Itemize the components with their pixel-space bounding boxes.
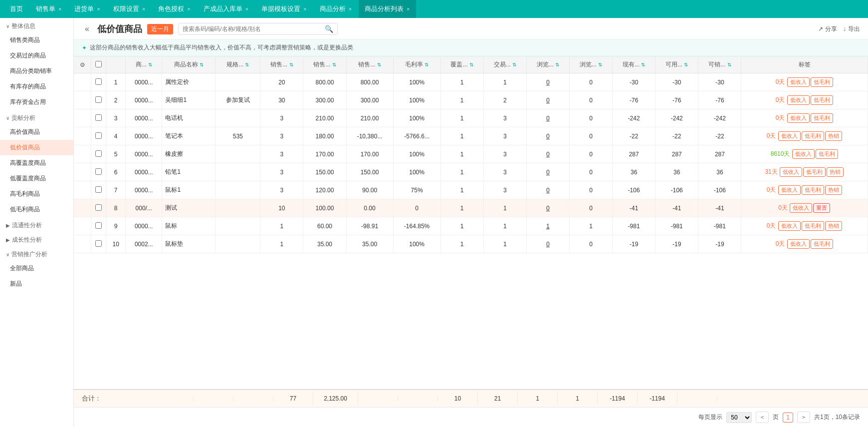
export-button[interactable]: ↓ 导出: [843, 25, 860, 33]
cell-checkbox[interactable]: [91, 73, 106, 91]
col-sales-qty[interactable]: 销售... ⇅: [260, 56, 303, 73]
row-checkbox[interactable]: [95, 150, 102, 157]
tag-低收入: 低收入: [778, 221, 801, 231]
days-label: 0天: [767, 222, 776, 229]
col-name[interactable]: 商品名称 ⇅: [162, 56, 216, 73]
search-input[interactable]: [183, 25, 322, 32]
cell-checkbox[interactable]: [91, 109, 106, 127]
cell-sales-amt: 100.00: [303, 199, 346, 217]
cell-sales-qty: 1: [260, 235, 303, 253]
filter-tag[interactable]: 近一月: [147, 24, 173, 34]
cell-checkbox[interactable]: [91, 127, 106, 145]
current-page[interactable]: 1: [783, 413, 793, 423]
table-row: 4 0000... 笔记本 535 3 180.00 -10,380... -5…: [74, 127, 868, 145]
col-spec[interactable]: 规格... ⇅: [216, 56, 260, 73]
sidebar-item-低毛利商品[interactable]: 低毛利商品: [0, 202, 73, 217]
cell-sales-avg: 150.00: [346, 163, 393, 181]
nav-item-单据模板设置[interactable]: 单据模板设置×: [255, 0, 312, 18]
sidebar-item-有库存的商品[interactable]: 有库存的商品: [0, 79, 73, 94]
nav-close-icon[interactable]: ×: [187, 6, 190, 12]
row-checkbox[interactable]: [95, 114, 102, 121]
row-checkbox[interactable]: [95, 222, 102, 229]
cell-checkbox[interactable]: [91, 217, 106, 235]
cell-checkbox[interactable]: [91, 199, 106, 217]
share-button[interactable]: ↗ 分享: [818, 25, 837, 33]
cell-checkbox[interactable]: [91, 163, 106, 181]
col-browse2[interactable]: 浏览... ⇅: [569, 56, 612, 73]
cell-sales-amt: 35.00: [303, 235, 346, 253]
col-settings[interactable]: ⚙: [74, 56, 91, 73]
nav-close-icon[interactable]: ×: [97, 6, 100, 12]
col-sales-amt[interactable]: 销售... ⇅: [303, 56, 346, 73]
page-size-select[interactable]: 50 100 200: [726, 412, 752, 423]
footer-coverage: 10: [438, 392, 478, 405]
sidebar-item-高毛利商品[interactable]: 高毛利商品: [0, 186, 73, 202]
nav-item-权限设置[interactable]: 权限设置×: [107, 0, 151, 18]
col-trade[interactable]: 交易... ⇅: [483, 56, 526, 73]
table-row: 9 0000... 鼠标 1 60.00 -98.91 -164.85% 1 1…: [74, 217, 868, 235]
sidebar-item-库存资金占用[interactable]: 库存资金占用: [0, 94, 73, 110]
nav-item-角色授权[interactable]: 角色授权×: [152, 0, 196, 18]
nav-close-icon[interactable]: ×: [245, 6, 248, 12]
nav-item-产成品入库单[interactable]: 产成品入库单×: [198, 0, 254, 18]
sidebar-item-全部商品[interactable]: 全部商品: [0, 261, 73, 276]
sidebar-group-整体信息[interactable]: ∨ 整体信息: [0, 18, 73, 32]
cell-checkbox[interactable]: [91, 181, 106, 199]
sidebar-item-交易过的商品[interactable]: 交易过的商品: [0, 48, 73, 63]
nav-close-icon[interactable]: ×: [349, 6, 352, 12]
nav-close-icon[interactable]: ×: [407, 6, 410, 12]
col-available[interactable]: 可用... ⇅: [655, 56, 698, 73]
cell-trade: 3: [483, 145, 526, 163]
sidebar-group-流通性分析[interactable]: ▶ 流通性分析: [0, 217, 73, 232]
nav-item-商品分析列表[interactable]: 商品分析列表×: [359, 0, 416, 18]
sidebar-item-销售类商品[interactable]: 销售类商品: [0, 32, 73, 48]
nav-item-销售单[interactable]: 销售单×: [30, 0, 67, 18]
cell-coverage: 1: [440, 109, 483, 127]
search-icon[interactable]: 🔍: [325, 25, 333, 33]
sidebar-item-新品[interactable]: 新品: [0, 276, 73, 292]
col-code[interactable]: 商... ⇅: [126, 56, 162, 73]
row-checkbox[interactable]: [95, 168, 102, 175]
select-all-checkbox[interactable]: [95, 61, 102, 67]
prev-page-button[interactable]: ＜: [756, 412, 769, 423]
cell-available: -242: [655, 109, 698, 127]
cell-sales-avg: -98.91: [346, 217, 393, 235]
cell-checkbox[interactable]: [91, 145, 106, 163]
col-checkbox[interactable]: [91, 56, 106, 73]
next-page-button[interactable]: ＞: [797, 412, 810, 423]
nav-close-icon[interactable]: ×: [58, 6, 61, 12]
row-checkbox[interactable]: [95, 240, 102, 247]
sidebar-item-低价值商品[interactable]: 低价值商品: [0, 140, 73, 155]
col-sales-avg[interactable]: 销售... ⇅: [346, 56, 393, 73]
cell-name: 吴细细1: [162, 91, 216, 109]
nav-close-icon[interactable]: ×: [142, 6, 145, 12]
sidebar-group-营销推广分析[interactable]: ∨ 营销推广分析: [0, 246, 73, 261]
nav-close-icon[interactable]: ×: [303, 6, 306, 12]
sidebar-item-高覆盖度商品[interactable]: 高覆盖度商品: [0, 155, 73, 171]
cell-name: 鼠标垫: [162, 235, 216, 253]
col-current[interactable]: 现有... ⇅: [613, 56, 655, 73]
col-coverage[interactable]: 覆盖... ⇅: [440, 56, 483, 73]
row-checkbox[interactable]: [95, 186, 102, 193]
col-browse1[interactable]: 浏览... ⇅: [526, 56, 569, 73]
collapse-sidebar-btn[interactable]: «: [82, 23, 92, 34]
row-checkbox[interactable]: [95, 96, 102, 103]
row-checkbox[interactable]: [95, 132, 102, 139]
nav-item-商品分析[interactable]: 商品分析×: [314, 0, 358, 18]
cell-sellable: -22: [698, 127, 741, 145]
sidebar-item-低覆盖度商品[interactable]: 低覆盖度商品: [0, 171, 73, 186]
row-checkbox[interactable]: [95, 78, 102, 85]
sidebar-group-贡献分析[interactable]: ∨ 贡献分析: [0, 110, 73, 124]
cell-sellable: 36: [698, 163, 741, 181]
nav-item-首页[interactable]: 首页: [4, 0, 29, 18]
cell-settings: [74, 127, 91, 145]
sidebar-item-商品分类助销率[interactable]: 商品分类助销率: [0, 63, 73, 79]
cell-checkbox[interactable]: [91, 91, 106, 109]
col-margin[interactable]: 毛利率 ⇅: [393, 56, 440, 73]
nav-item-进货单[interactable]: 进货单×: [68, 0, 106, 18]
col-sellable[interactable]: 可销... ⇅: [698, 56, 741, 73]
sidebar-item-高价值商品[interactable]: 高价值商品: [0, 124, 73, 140]
cell-checkbox[interactable]: [91, 235, 106, 253]
sidebar-group-成长性分析[interactable]: ▶ 成长性分析: [0, 232, 73, 246]
row-checkbox[interactable]: [95, 204, 102, 211]
